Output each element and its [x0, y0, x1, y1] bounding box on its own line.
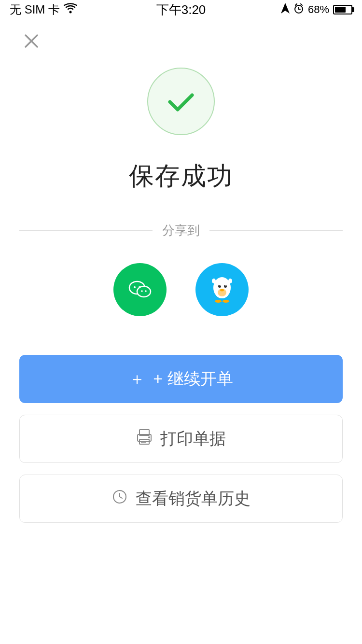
svg-marker-1: [281, 3, 290, 14]
svg-point-24: [220, 289, 224, 291]
print-label: 打印单据: [160, 428, 226, 450]
svg-point-12: [139, 286, 140, 288]
svg-point-21: [224, 285, 227, 288]
svg-point-34: [148, 436, 150, 438]
clock-icon: [111, 489, 128, 509]
battery-icon: [333, 5, 352, 14]
wifi-icon: [64, 3, 77, 16]
success-title: 保存成功: [129, 159, 233, 193]
action-buttons: ＋ + 继续开单 打印单据: [19, 355, 343, 523]
sim-status: 无 SIM 卡: [10, 2, 60, 17]
status-bar: 无 SIM 卡 下午3:20 68: [0, 0, 362, 19]
svg-point-28: [228, 279, 232, 283]
share-row: [113, 263, 249, 316]
divider-line-left: [19, 230, 153, 231]
share-divider: 分享到: [19, 222, 343, 239]
svg-point-14: [145, 290, 147, 292]
wechat-icon: [125, 274, 155, 305]
status-time: 下午3:20: [156, 1, 206, 18]
status-left: 无 SIM 卡: [10, 2, 77, 17]
svg-point-0: [70, 11, 72, 14]
svg-line-5: [295, 4, 297, 5]
close-button[interactable]: [19, 29, 43, 53]
share-label: 分享到: [162, 222, 200, 239]
svg-point-22: [220, 285, 221, 286]
print-button[interactable]: 打印单据: [19, 415, 343, 463]
print-icon: [136, 429, 153, 449]
close-icon: [24, 33, 39, 49]
continue-label: + 继续开单: [153, 368, 233, 390]
checkmark-icon: [164, 84, 198, 118]
svg-line-37: [120, 497, 122, 498]
history-label: 查看销货单历史: [136, 488, 251, 510]
main-content: 保存成功 分享到: [0, 19, 362, 644]
svg-point-20: [218, 285, 221, 288]
success-icon-circle: [147, 68, 215, 135]
continue-button[interactable]: ＋ + 继续开单: [19, 355, 343, 403]
svg-point-26: [223, 300, 229, 303]
history-button[interactable]: 查看销货单历史: [19, 475, 343, 523]
svg-point-27: [212, 279, 216, 283]
share-qq-button[interactable]: [195, 263, 249, 316]
location-icon: [281, 3, 290, 16]
alarm-icon: [293, 3, 304, 16]
divider-line-right: [209, 230, 343, 231]
status-right: 68%: [281, 3, 352, 16]
svg-point-13: [141, 290, 143, 292]
svg-line-6: [301, 4, 302, 5]
plus-icon: ＋: [129, 368, 145, 390]
qq-icon: [208, 274, 237, 306]
svg-point-23: [225, 285, 226, 286]
share-wechat-button[interactable]: [113, 263, 167, 316]
svg-point-25: [215, 300, 222, 303]
battery-label: 68%: [308, 3, 329, 16]
svg-point-11: [134, 286, 136, 288]
